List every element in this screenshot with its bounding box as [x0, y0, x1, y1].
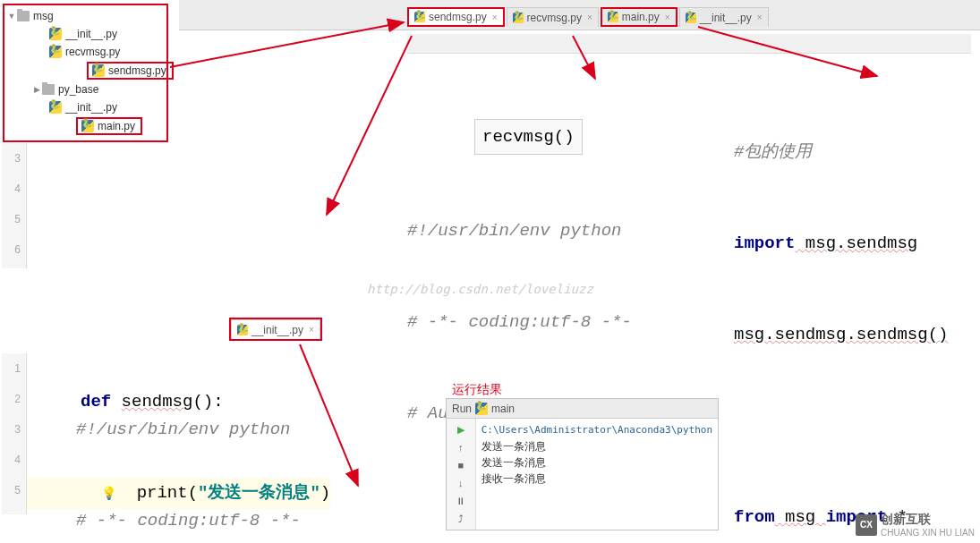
- watermark-url: http://blog.csdn.net/loveliuzz: [367, 282, 593, 296]
- python-file-icon: [608, 12, 618, 22]
- line-number: 5: [2, 475, 21, 505]
- comment-line: #!/usr/bin/env python: [407, 221, 621, 241]
- scroll-down-icon[interactable]: ↓: [454, 476, 468, 490]
- run-tool-window: Run main ▶ ↑ ■ ↓ ⏸ ⤴ C:\Users\Administra…: [446, 398, 719, 530]
- tab-recvmsg[interactable]: recvmsg.py ×: [507, 7, 599, 27]
- tab-label: __init__.py: [700, 12, 752, 24]
- close-icon[interactable]: ×: [492, 13, 498, 22]
- module-ref: msg: [775, 507, 826, 527]
- file-label: recvmsg.py: [65, 46, 120, 58]
- tab-label: sendmsg.py: [429, 11, 487, 23]
- module-ref: msg.sendmsg: [795, 233, 917, 253]
- file-label: __init__.py: [65, 28, 117, 40]
- brand-en: CHUANG XIN HU LIAN: [881, 528, 975, 538]
- svg-line-2: [327, 36, 412, 215]
- expand-icon[interactable]: ▶: [31, 85, 42, 94]
- keyword-from: from: [734, 507, 775, 527]
- close-icon[interactable]: ×: [587, 13, 592, 22]
- tab-main[interactable]: main.py ×: [601, 7, 677, 27]
- output-line: 发送一条消息: [481, 454, 712, 471]
- output-line: 发送一条消息: [481, 438, 712, 454]
- line-number: 4: [2, 445, 21, 475]
- folder-label: py_base: [58, 83, 98, 96]
- tree-file-init2[interactable]: __init__.py: [6, 98, 165, 116]
- line-number: 4: [2, 174, 21, 204]
- python-file-icon: [414, 12, 425, 22]
- comment-line: # -*- coding:utf-8 -*-: [76, 511, 301, 530]
- line-number: 3: [2, 414, 21, 445]
- file-label: __init__.py: [65, 101, 117, 114]
- python-file-icon: [49, 28, 62, 40]
- line-number: 2: [2, 384, 21, 414]
- editor-tabs-bar: sendmsg.py × recvmsg.py × main.py × __in…: [179, 0, 980, 30]
- run-output[interactable]: C:\Users\Administrator\Anaconda3\python …: [476, 419, 718, 530]
- gutter-sendmsg: 3 4 5 6: [2, 143, 27, 268]
- project-tree[interactable]: ▼ msg __init__.py recvmsg.py sendmsg.py …: [3, 4, 168, 142]
- comment-line: # -*- coding:utf-8 -*-: [407, 312, 632, 332]
- close-icon[interactable]: ×: [757, 13, 763, 22]
- run-script-name: main: [491, 403, 515, 415]
- python-file-icon: [475, 403, 488, 415]
- python-file-icon: [49, 101, 62, 114]
- collapse-icon[interactable]: ▼: [6, 12, 17, 21]
- python-file-icon: [237, 325, 248, 335]
- tree-file-init[interactable]: __init__.py: [6, 25, 165, 43]
- python-file-icon: [49, 46, 62, 58]
- line-number: 3: [2, 143, 21, 174]
- python-file-icon: [686, 13, 696, 23]
- folder-icon: [17, 11, 30, 21]
- pause-button[interactable]: ⏸: [454, 494, 468, 508]
- export-icon[interactable]: ⤴: [454, 512, 468, 526]
- run-controls: ▶ ↑ ■ ↓ ⏸ ⤴: [447, 419, 476, 530]
- python-file-icon: [81, 120, 94, 132]
- tab-init-floating[interactable]: __init__.py ×: [229, 318, 322, 341]
- keyword-import: import: [734, 233, 795, 253]
- python-file-icon: [513, 13, 524, 23]
- brand-cn: 创新互联: [881, 512, 975, 528]
- stop-button[interactable]: ■: [454, 458, 468, 472]
- output-line: 接收一条消息: [481, 471, 712, 487]
- tree-folder-msg[interactable]: ▼ msg: [6, 7, 165, 25]
- folder-icon: [42, 84, 55, 95]
- close-icon[interactable]: ×: [309, 325, 314, 335]
- tab-label: main.py: [622, 11, 660, 23]
- line-number: 6: [2, 234, 21, 265]
- tab-sendmsg[interactable]: sendmsg.py ×: [407, 7, 505, 27]
- tab-label: recvmsg.py: [527, 12, 582, 24]
- comment-line: #包的使用: [734, 142, 812, 162]
- scroll-up-icon[interactable]: ↑: [454, 440, 468, 454]
- run-result-label: 运行结果: [452, 382, 502, 398]
- gutter-init: 1 2 3 4 5: [2, 353, 27, 514]
- tab-init[interactable]: __init__.py ×: [679, 7, 769, 27]
- file-label: sendmsg.py: [108, 64, 166, 77]
- run-path: C:\Users\Administrator\Anaconda3\python: [481, 422, 712, 438]
- editor-init[interactable]: #!/usr/bin/env python # -*- coding:utf-8…: [27, 353, 372, 543]
- breadcrumb-bar: [407, 34, 971, 54]
- run-button[interactable]: ▶: [454, 422, 468, 437]
- run-header: Run main: [447, 399, 718, 419]
- close-icon[interactable]: ×: [665, 13, 670, 22]
- completion-hint: recvmsg(): [474, 119, 583, 155]
- tree-file-recvmsg[interactable]: recvmsg.py: [6, 43, 165, 61]
- file-label: main.py: [98, 120, 135, 132]
- line-number: 5: [2, 204, 21, 234]
- editor-main[interactable]: #包的使用 import msg.sendmsg msg.sendmsg.sen…: [734, 76, 948, 543]
- tab-label: __init__.py: [251, 324, 303, 336]
- comment-line: #!/usr/bin/env python: [76, 420, 290, 439]
- watermark-brand: CX 创新互联 CHUANG XIN HU LIAN: [856, 512, 975, 538]
- tree-file-main[interactable]: main.py: [76, 117, 142, 135]
- line-number: 1: [2, 353, 21, 384]
- python-file-icon: [92, 64, 105, 77]
- tree-folder-pybase[interactable]: ▶ py_base: [6, 81, 165, 98]
- run-header-label: Run: [452, 403, 472, 415]
- tree-file-sendmsg[interactable]: sendmsg.py: [87, 62, 174, 80]
- brand-logo-icon: CX: [856, 514, 877, 536]
- folder-label: msg: [33, 10, 54, 22]
- call: msg.sendmsg.sendmsg(): [734, 325, 948, 344]
